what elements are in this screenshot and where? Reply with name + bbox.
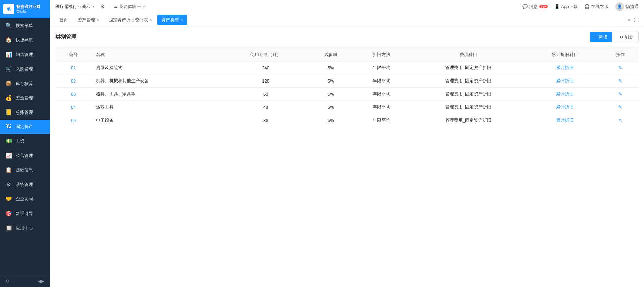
cell-residual: 5% (308, 74, 354, 88)
header-right: 💬 消息 99+ 📱 App下载 🎧 在线客服 👤 畅捷通 (522, 2, 639, 11)
col-header-accumulate: 累计折旧科目 (527, 48, 602, 61)
sidebar-item-quick-nav[interactable]: 🏠 快捷导航 (0, 33, 50, 47)
cell-accumulate: 累计折旧 (527, 101, 602, 114)
col-header-period: 使用期限（月） (223, 48, 308, 61)
home-icon: 🏠 (5, 37, 12, 43)
grid-icon: 🔲 (5, 225, 12, 231)
tab-asset-type[interactable]: 资产类型 ✕ (157, 15, 187, 25)
edit-icon[interactable]: ✎ (618, 65, 622, 70)
tab-bar: 首页 资产管理 ✕ 固定资产折旧统计表 ✕ 资产类型 ✕ ✕ ⛶ (50, 13, 644, 26)
sidebar-item-ledger[interactable]: 📒 总账管理 (0, 105, 50, 120)
tab-close-asset-type[interactable]: ✕ (180, 18, 183, 22)
col-header-name: 名称 (92, 48, 224, 61)
cell-residual: 5% (308, 61, 354, 74)
tab-close-asset-mgmt[interactable]: ✕ (96, 18, 99, 22)
operations-icon: 📈 (5, 152, 12, 159)
cell-action[interactable]: ✎ (602, 61, 639, 74)
col-header-code: 编号 (55, 48, 92, 61)
user-item[interactable]: 👤 畅捷通 (615, 2, 639, 11)
sidebar-item-base-info[interactable]: 📋 基础信息 (0, 163, 50, 177)
target-icon: 🎯 (5, 210, 12, 217)
cell-period: 36 (223, 114, 308, 127)
refresh-button[interactable]: ↻ 刷新 (615, 32, 639, 42)
sidebar-item-operations[interactable]: 📈 经营管理 (0, 148, 50, 163)
messages-item[interactable]: 💬 消息 99+ (522, 4, 548, 10)
collapse-icon[interactable]: ◀▶ (38, 279, 44, 284)
header-actions: + 新增 ↻ 刷新 (590, 32, 639, 42)
logo-icon: 畅 (3, 4, 14, 14)
app-download-item[interactable]: 📱 App下载 (554, 4, 578, 10)
tab-close-window-icon[interactable]: ✕ (627, 17, 631, 23)
sidebar-item-fixed-asset[interactable]: 🏗 固定资产 (0, 120, 50, 134)
cell-expense: 管理费用_固定资产折旧 (409, 88, 527, 101)
page-header: 类别管理 + 新增 ↻ 刷新 (55, 32, 639, 42)
edit-icon[interactable]: ✎ (618, 104, 622, 110)
edit-icon[interactable]: ✎ (618, 78, 622, 84)
edit-icon[interactable]: ✎ (618, 91, 622, 97)
online-support-item[interactable]: 🎧 在线客服 (584, 4, 609, 10)
box-icon: 📦 (5, 80, 12, 87)
col-header-action: 操作 (602, 48, 639, 61)
table-row: 02机器、机械和其他生产设备1205%年限平均管理费用_固定资产折旧累计折旧✎ (55, 74, 639, 88)
tab-asset-mgmt[interactable]: 资产管理 ✕ (73, 15, 103, 25)
cell-method: 年限平均 (354, 88, 409, 101)
cell-code: 03 (55, 88, 92, 101)
company-name: 医疗器械行业演示 (55, 4, 90, 10)
header-left: 医疗器械行业演示 ▼ ⚙ ☁ 我要体验一下 (55, 3, 145, 10)
gear-icon: ⚙ (5, 181, 12, 188)
col-header-expense: 费用科目 (409, 48, 527, 61)
category-table: 编号 名称 使用期限（月） 残值率 折旧方法 费用科目 累计折旧科目 操作 01… (55, 48, 639, 127)
sidebar-item-sales[interactable]: 📊 销售管理 (0, 47, 50, 62)
sidebar-item-app-center[interactable]: 🔲 应用中心 (0, 221, 50, 235)
new-button[interactable]: + 新增 (590, 32, 612, 42)
payroll-icon: 💵 (5, 138, 12, 144)
cell-action[interactable]: ✎ (602, 74, 639, 88)
cart-icon: 🛒 (5, 66, 12, 72)
tab-close-fixed-stat[interactable]: ✕ (149, 18, 152, 22)
sidebar-item-funds[interactable]: 💰 资金管理 (0, 91, 50, 105)
top-header: 医疗器械行业演示 ▼ ⚙ ☁ 我要体验一下 💬 消息 99+ 📱 App下载 🎧… (50, 0, 644, 13)
cloud-icon: ☁ (113, 4, 118, 9)
cell-method: 年限平均 (354, 101, 409, 114)
table-row: 03器具、工具、家具等605%年限平均管理费用_固定资产折旧累计折旧✎ (55, 88, 639, 101)
sidebar-item-enterprise[interactable]: 🤝 企业协同 (0, 192, 50, 206)
page-content: 类别管理 + 新增 ↻ 刷新 编号 名称 使用期限（月） 残值率 折旧方法 费用… (50, 26, 644, 287)
table-row: 04运输工具485%年限平均管理费用_固定资产折旧累计折旧✎ (55, 101, 639, 114)
experience-button[interactable]: ☁ 我要体验一下 (113, 4, 145, 10)
cell-residual: 5% (308, 88, 354, 101)
cell-action[interactable]: ✎ (602, 101, 639, 114)
dropdown-arrow-icon: ▼ (92, 5, 95, 8)
cell-name: 电子设备 (92, 114, 224, 127)
tab-expand-icon[interactable]: ⛶ (634, 17, 639, 23)
cell-period: 120 (223, 74, 308, 88)
message-badge: 99+ (539, 5, 548, 8)
message-icon: 💬 (522, 4, 528, 9)
cell-code: 01 (55, 61, 92, 74)
sidebar-item-system[interactable]: ⚙ 系统管理 (0, 177, 50, 192)
cell-residual: 5% (308, 101, 354, 114)
tab-fixed-asset-stat[interactable]: 固定资产折旧统计表 ✕ (104, 15, 156, 25)
cell-name: 运输工具 (92, 101, 224, 114)
cell-period: 240 (223, 61, 308, 74)
settings-icon[interactable]: ⚙ (5, 279, 9, 284)
company-selector[interactable]: 医疗器械行业演示 ▼ (55, 4, 95, 10)
table-header-row: 编号 名称 使用期限（月） 残值率 折旧方法 费用科目 累计折旧科目 操作 (55, 48, 639, 61)
sidebar-item-inventory[interactable]: 📦 库存核算 (0, 76, 50, 91)
company-settings-icon[interactable]: ⚙ (100, 3, 105, 10)
download-icon: 📱 (554, 4, 560, 9)
sidebar-item-guide[interactable]: 🎯 新手引导 (0, 206, 50, 221)
cell-code: 02 (55, 74, 92, 88)
edit-icon[interactable]: ✎ (618, 118, 622, 123)
info-icon: 📋 (5, 167, 12, 173)
cell-action[interactable]: ✎ (602, 114, 639, 127)
cell-action[interactable]: ✎ (602, 88, 639, 101)
cell-code: 05 (55, 114, 92, 127)
tab-home[interactable]: 首页 (55, 15, 72, 25)
sidebar-item-payroll[interactable]: 💵 工资 (0, 134, 50, 148)
headset-icon: 🎧 (584, 4, 590, 9)
tab-bar-actions: ✕ ⛶ (627, 17, 639, 23)
cell-residual: 5% (308, 114, 354, 127)
sidebar-item-search[interactable]: 🔍 搜索菜单 (0, 18, 50, 33)
sidebar-footer: ⚙ ◀▶ (0, 275, 50, 287)
sidebar-item-purchase[interactable]: 🛒 采购管理 (0, 62, 50, 76)
